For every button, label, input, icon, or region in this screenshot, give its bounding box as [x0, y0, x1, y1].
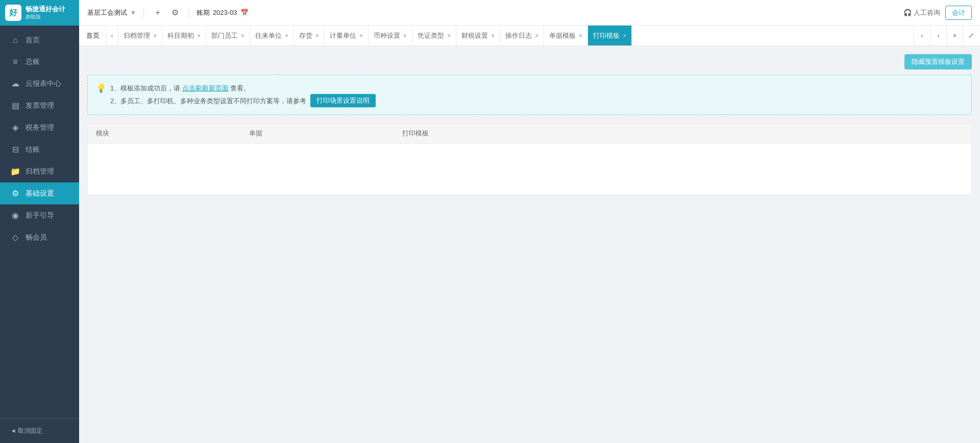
add-company-button[interactable]: +: [151, 6, 164, 19]
tab-voucher-type-close[interactable]: ×: [447, 32, 451, 39]
logo-title: 畅捷通好会计: [26, 5, 65, 14]
unpin-label: ◄ 取消固定: [10, 427, 42, 435]
tab-tax-settings-close[interactable]: ×: [491, 32, 495, 39]
tab-single-template-label: 单据模板: [549, 31, 576, 40]
sidebar-label-archive: 归档管理: [26, 167, 54, 176]
tab-prev-button[interactable]: ‹: [106, 26, 118, 46]
tab-department[interactable]: 部门员工 ×: [206, 26, 250, 46]
notice-line2-prefix: 2、多员工、多打印机、多种业务类型设置不同打印方案等，请参考: [110, 95, 306, 107]
topbar: 基层工会测试 ▼ + ⚙ 账期 2023-03 📅 🎧 人工咨询 会计: [79, 0, 980, 26]
help-label: 人工咨询: [914, 8, 940, 17]
sidebar-label-reports: 云报表中心: [26, 79, 61, 88]
headset-icon: 🎧: [903, 9, 912, 16]
sidebar-label-member: 畅会员: [26, 233, 47, 242]
tab-tax-settings-label: 财税设置: [461, 31, 488, 40]
tab-print-template-label: 打印模板: [593, 31, 620, 40]
settings-icon: ⚙: [10, 189, 20, 198]
sidebar-label-ledger: 总账: [26, 57, 40, 66]
notice-refresh-link[interactable]: 点击刷新新页面: [182, 84, 229, 92]
tab-supplier-close[interactable]: ×: [285, 32, 288, 39]
sidebar-item-ledger[interactable]: ≡ 总账: [0, 51, 79, 73]
calendar-icon: 📅: [240, 9, 249, 16]
tab-scroll-right-button[interactable]: ›: [930, 26, 946, 46]
sidebar-item-invoice[interactable]: ▤ 发票管理: [0, 95, 79, 116]
tab-supplier[interactable]: 往来单位 ×: [250, 26, 294, 46]
topbar-actions: + ⚙: [151, 6, 182, 19]
table-header: 模块 单据 打印模板: [88, 124, 971, 144]
tab-expand-button[interactable]: ⤢: [963, 26, 979, 46]
tab-tax-settings[interactable]: 财税设置 ×: [456, 26, 500, 46]
tab-print-template-close[interactable]: ×: [623, 32, 626, 39]
notice-text-block: 1、模板添加成功后，请 点击刷新新页面 查看。 2、多员工、多打印机、多种业务类…: [110, 82, 376, 107]
tab-currency[interactable]: 币种设置 ×: [369, 26, 412, 46]
logo: 好 畅捷通好会计 旗舰版: [0, 0, 79, 26]
accountant-label: 会计: [952, 9, 965, 16]
content-area: 隐藏预置模板设置 💡 1、模板添加成功后，请 点击刷新新页面 查看。 2、多员工…: [79, 46, 980, 443]
notice-line1: 1、模板添加成功后，请 点击刷新新页面 查看。: [110, 82, 376, 94]
member-icon: ◇: [10, 232, 20, 242]
tab-archive-close[interactable]: ×: [153, 32, 157, 39]
tab-operation-log-label: 操作日志: [505, 31, 532, 40]
tab-operation-log[interactable]: 操作日志 ×: [500, 26, 544, 46]
col-template: 打印模板: [394, 124, 971, 143]
company-selector[interactable]: 基层工会测试 ▼: [87, 8, 136, 17]
tab-inventory[interactable]: 存货 ×: [294, 26, 325, 46]
col-voucher: 单据: [241, 124, 394, 143]
settings-gear-button[interactable]: ⚙: [168, 6, 182, 19]
period-selector[interactable]: 账期 2023-03 📅: [197, 8, 249, 17]
sidebar-item-tax[interactable]: ◈ 税务管理: [0, 116, 79, 138]
reports-icon: ☁: [10, 79, 20, 88]
tab-unit-close[interactable]: ×: [359, 32, 363, 39]
hide-preset-template-button[interactable]: 隐藏预置模板设置: [904, 54, 972, 69]
bulb-icon: 💡: [96, 83, 106, 93]
sidebar-item-member[interactable]: ◇ 畅会员: [0, 226, 79, 248]
period-value: 2023-03: [213, 9, 237, 16]
tab-inventory-label: 存货: [299, 31, 312, 40]
sidebar-item-reports[interactable]: ☁ 云报表中心: [0, 73, 79, 95]
tab-single-template-close[interactable]: ×: [579, 32, 582, 39]
sidebar-item-home[interactable]: ⌂ 首页: [0, 30, 79, 51]
notice-box: 💡 1、模板添加成功后，请 点击刷新新页面 查看。 2、多员工、多打印机、多种业…: [87, 75, 972, 115]
logo-icon: 好: [5, 5, 21, 21]
guide-icon: ◉: [10, 211, 20, 220]
tab-home[interactable]: 首页: [80, 26, 106, 46]
sidebar-item-guide[interactable]: ◉ 新手引导: [0, 204, 79, 226]
accountant-button[interactable]: 会计: [945, 6, 972, 20]
notice-line1-suffix: 查看。: [230, 84, 250, 92]
sidebar-label-invoice: 发票管理: [26, 101, 54, 110]
table-body: [88, 144, 971, 195]
archive-icon: 📁: [10, 167, 20, 176]
company-dropdown-icon[interactable]: ▼: [130, 9, 136, 16]
unpin-button[interactable]: ◄ 取消固定: [0, 418, 79, 443]
sidebar-item-archive[interactable]: 📁 归档管理: [0, 160, 79, 182]
tab-voucher-type-label: 凭证类型: [418, 31, 444, 40]
company-name: 基层工会测试: [87, 8, 127, 17]
tabbar: 首页 ‹ 归档管理 × 科目期初 × 部门员工 × 往来单位 × 存货 × 计量…: [79, 26, 980, 46]
tab-unit[interactable]: 计量单位 ×: [325, 26, 369, 46]
print-template-table: 模块 单据 打印模板: [87, 123, 972, 195]
period-label: 账期: [197, 8, 210, 17]
tab-archive[interactable]: 归档管理 ×: [118, 26, 162, 46]
tab-currency-close[interactable]: ×: [403, 32, 407, 39]
notice-line2: 2、多员工、多打印机、多种业务类型设置不同打印方案等，请参考 打印场景设置说明: [110, 94, 376, 107]
tab-supplier-label: 往来单位: [255, 31, 282, 40]
tab-subject[interactable]: 科目期初 ×: [162, 26, 206, 46]
topbar-right: 🎧 人工咨询 会计: [903, 6, 972, 20]
topbar-divider-1: [143, 8, 144, 18]
tab-close-all-button[interactable]: ×: [946, 26, 963, 46]
help-button[interactable]: 🎧 人工咨询: [903, 8, 940, 17]
tab-subject-close[interactable]: ×: [197, 32, 201, 39]
col-voucher-label: 单据: [249, 129, 262, 137]
tab-department-close[interactable]: ×: [241, 32, 244, 39]
tab-department-label: 部门员工: [211, 31, 238, 40]
tab-operation-log-close[interactable]: ×: [535, 32, 538, 39]
sidebar-item-settings[interactable]: ⚙ 基础设置: [0, 182, 79, 204]
tab-single-template[interactable]: 单据模板 ×: [544, 26, 588, 46]
sidebar-item-close[interactable]: ⊟ 结账: [0, 138, 79, 160]
tab-voucher-type[interactable]: 凭证类型 ×: [412, 26, 456, 46]
tab-print-template[interactable]: 打印模板 ×: [588, 26, 632, 46]
print-scene-button[interactable]: 打印场景设置说明: [310, 94, 376, 107]
tab-inventory-close[interactable]: ×: [315, 32, 319, 39]
tab-scroll-left-button[interactable]: ‹: [914, 26, 930, 46]
home-icon: ⌂: [10, 36, 20, 45]
